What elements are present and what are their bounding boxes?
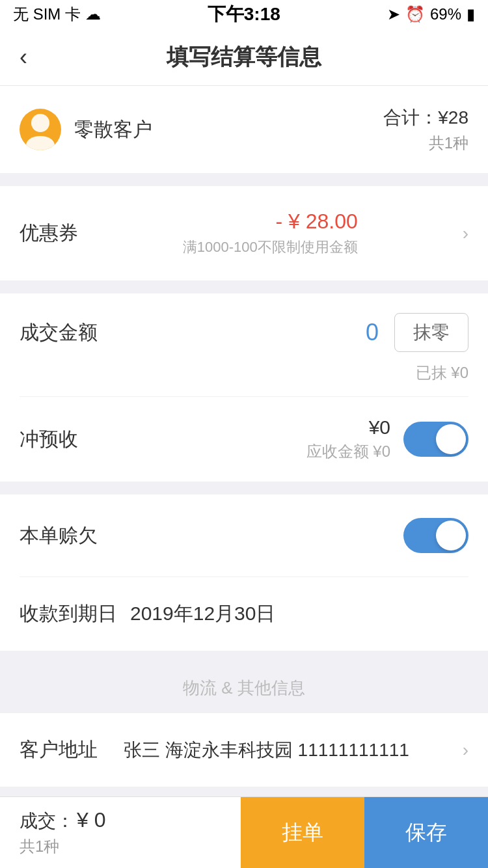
advance-values: ¥0 应收金额 ¥0	[306, 416, 390, 462]
coupon-row[interactable]: 优惠券 - ¥ 28.00 满1000-100不限制使用金额 ›	[0, 186, 488, 280]
advance-toggle[interactable]	[403, 422, 468, 457]
status-bar: 无 SIM 卡 ☁ 下午3:18 ➤ ⏰ 69% ▮	[0, 0, 488, 29]
address-value: 张三 海淀永丰科技园 11111111111	[124, 738, 463, 763]
nav-bar: ‹ 填写结算等信息	[0, 29, 488, 86]
status-bar-time: 下午3:18	[208, 2, 280, 27]
customer-total: 合计：¥28	[383, 105, 468, 130]
deal-amount-sub: 已抹 ¥0	[20, 362, 468, 396]
alarm-icon: ⏰	[405, 5, 425, 23]
location-icon: ➤	[387, 5, 400, 23]
address-chevron-icon: ›	[463, 740, 468, 761]
svg-point-0	[31, 114, 49, 132]
customer-summary: 合计：¥28 共1种	[383, 105, 468, 154]
advance-value: ¥0	[306, 416, 390, 439]
due-date-label: 收款到期日	[20, 601, 117, 627]
debt-card: 本单赊欠 收款到期日 2019年12月30日	[0, 495, 488, 651]
footer-count: 共1种	[20, 836, 221, 857]
back-button[interactable]: ‹	[20, 44, 27, 71]
avatar	[20, 109, 61, 150]
debt-label: 本单赊欠	[20, 522, 98, 549]
sim-status: 无 SIM 卡 ☁	[13, 4, 101, 25]
address-label: 客户地址	[20, 737, 111, 763]
coupon-value: - ¥ 28.00	[183, 210, 358, 234]
battery-level: 69%	[430, 5, 461, 23]
footer-info: 成交： ¥ 0 共1种	[0, 797, 241, 868]
advance-row: 冲预收 ¥0 应收金额 ¥0	[0, 397, 488, 481]
svg-point-1	[26, 136, 55, 150]
deal-amount-row: 成交金额 0 抹零	[20, 313, 468, 362]
advance-label: 冲预收	[20, 426, 78, 453]
status-bar-right: ➤ ⏰ 69% ▮	[387, 5, 475, 23]
toggle-knob	[436, 424, 466, 454]
amount-card: 成交金额 0 抹零 已抹 ¥0 冲预收 ¥0 应收金额 ¥0	[0, 293, 488, 481]
deal-amount-label: 成交金额	[20, 319, 98, 346]
address-card[interactable]: 客户地址 张三 海淀永丰科技园 11111111111 ›	[0, 712, 488, 787]
deal-amount-controls: 0 抹零	[366, 313, 468, 352]
advance-right: ¥0 应收金额 ¥0	[306, 416, 468, 462]
battery-icon: ▮	[467, 5, 475, 23]
page-title: 填写结算等信息	[167, 42, 321, 72]
deal-amount-value[interactable]: 0	[366, 319, 379, 346]
customer-left: 零散客户	[20, 109, 152, 150]
bottom-footer: 成交： ¥ 0 共1种 挂单 保存	[0, 796, 488, 868]
customer-row: 零散客户 合计：¥28 共1种	[0, 86, 488, 173]
round-button[interactable]: 抹零	[394, 313, 468, 352]
customer-name: 零散客户	[74, 116, 152, 143]
customer-card: 零散客户 合计：¥28 共1种	[0, 86, 488, 173]
due-date-value: 2019年12月30日	[130, 601, 275, 627]
address-row[interactable]: 客户地址 张三 海淀永丰科技园 11111111111 ›	[0, 712, 488, 787]
coupon-right: - ¥ 28.00 满1000-100不限制使用金额	[183, 210, 358, 257]
customer-count: 共1种	[383, 133, 468, 154]
hang-button[interactable]: 挂单	[241, 797, 364, 868]
footer-deal-label: 成交：	[20, 809, 74, 834]
debt-row: 本单赊欠	[0, 495, 488, 576]
advance-sub: 应收金额 ¥0	[306, 441, 390, 462]
due-date-row: 收款到期日 2019年12月30日	[0, 577, 488, 651]
coupon-label: 优惠券	[20, 220, 78, 247]
chevron-right-icon: ›	[463, 223, 468, 244]
status-bar-left: 无 SIM 卡 ☁	[13, 4, 101, 25]
debt-toggle-knob	[436, 521, 466, 550]
logistics-label: 物流 & 其他信息	[183, 678, 305, 698]
coupon-desc: 满1000-100不限制使用金额	[183, 237, 358, 257]
deal-amount-section: 成交金额 0 抹零 已抹 ¥0	[0, 293, 488, 396]
coupon-card[interactable]: 优惠券 - ¥ 28.00 满1000-100不限制使用金额 ›	[0, 186, 488, 280]
footer-deal-amount: ¥ 0	[77, 808, 105, 832]
debt-toggle[interactable]	[403, 518, 468, 553]
save-button[interactable]: 保存	[364, 797, 488, 868]
logistics-divider: 物流 & 其他信息	[0, 664, 488, 712]
